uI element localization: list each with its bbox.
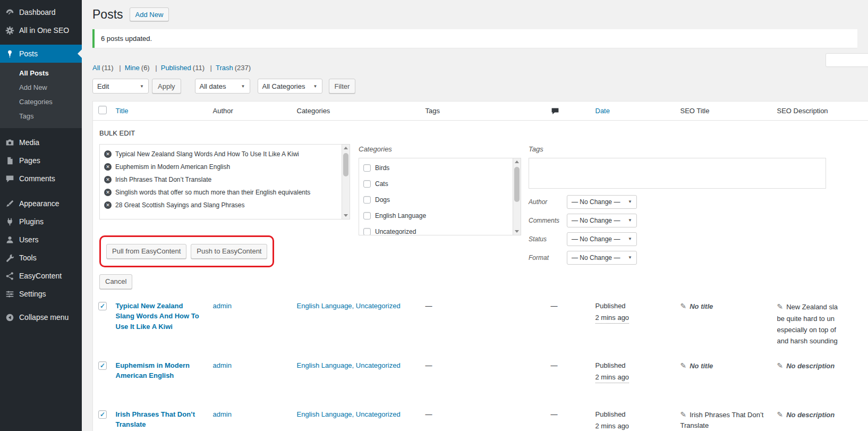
post-title-link[interactable]: Irish Phrases That Don’t Translate: [116, 410, 195, 429]
wrench-icon: [0, 253, 19, 263]
dates-filter-select[interactable]: All dates ▼: [195, 79, 250, 94]
sidebar-item-add-new[interactable]: Add New: [0, 80, 82, 95]
sidebar-item-tags[interactable]: Tags: [0, 109, 82, 123]
author-link[interactable]: admin: [213, 410, 232, 418]
pencil-icon: ✎: [777, 302, 784, 311]
remove-post-icon[interactable]: ✕: [104, 150, 112, 158]
select-all-checkbox[interactable]: [98, 106, 107, 114]
post-date[interactable]: 2 mins ago: [595, 312, 629, 324]
collapse-arrow-icon: [0, 313, 19, 322]
sidebar-item-posts[interactable]: Posts: [0, 45, 82, 63]
sidebar-item-comments[interactable]: Comments: [0, 170, 82, 188]
bulk-edit-row: BULK EDIT ✕ Typical New Zealand Slang Wo…: [93, 121, 868, 295]
category-checkbox[interactable]: [363, 164, 371, 172]
categories-link[interactable]: English Language, Uncategorized: [297, 410, 401, 418]
format-select[interactable]: — No Change — ▼: [567, 251, 637, 265]
status-select[interactable]: — No Change — ▼: [567, 232, 637, 246]
post-date[interactable]: 2 mins ago: [595, 421, 629, 431]
categories-link[interactable]: English Language, Uncategorized: [297, 361, 401, 369]
camera-icon: [0, 138, 19, 147]
remove-post-icon[interactable]: ✕: [104, 189, 112, 196]
categories-link[interactable]: English Language, Uncategorized: [297, 302, 401, 310]
pencil-icon: ✎: [777, 361, 784, 370]
scrollbar-thumb[interactable]: [343, 153, 348, 176]
seo-title-value: No title: [690, 362, 713, 370]
category-option: English Language: [363, 211, 509, 221]
posts-submenu: All Posts Add New Categories Tags: [0, 63, 82, 128]
sidebar-item-appearance[interactable]: Appearance: [0, 195, 82, 213]
sidebar-item-collapse-menu[interactable]: Collapse menu: [0, 308, 82, 326]
bulk-tags-label: Tags: [529, 144, 868, 155]
filter-mine-link[interactable]: Mine(6): [125, 64, 150, 72]
post-list-scrollbar[interactable]: [342, 145, 350, 219]
sidebar-item-easycontent[interactable]: EasyContent: [0, 267, 82, 285]
comments-header-icon: [551, 107, 585, 115]
apply-button[interactable]: Apply: [152, 79, 181, 94]
chevron-down-icon: ▼: [628, 217, 632, 224]
search-input[interactable]: [826, 53, 868, 67]
category-checkbox[interactable]: [363, 180, 371, 188]
dashboard-icon: [0, 8, 19, 17]
author-link[interactable]: admin: [213, 302, 232, 310]
bulk-action-select[interactable]: Edit ▼: [92, 79, 149, 94]
sidebar-item-label: Media: [19, 138, 39, 147]
row-checkbox[interactable]: ✓: [98, 302, 107, 310]
category-checkbox[interactable]: [363, 196, 371, 204]
post-title-link[interactable]: Euphemism in Modern American English: [116, 361, 190, 380]
push-to-easycontent-button[interactable]: Push to EasyContent: [191, 244, 267, 259]
comments-select[interactable]: — No Change — ▼: [567, 214, 637, 227]
sort-date-header[interactable]: Date: [595, 107, 610, 115]
sort-title-header[interactable]: Title: [116, 107, 129, 115]
remove-post-icon[interactable]: ✕: [104, 201, 112, 209]
category-option: Birds: [363, 163, 509, 173]
post-status: Published: [595, 302, 626, 310]
filter-published-link[interactable]: Published(11): [161, 64, 205, 72]
filter-button[interactable]: Filter: [329, 79, 356, 94]
categories-scrollbar[interactable]: [513, 158, 521, 235]
add-new-button[interactable]: Add New: [130, 7, 169, 21]
sidebar-item-users[interactable]: Users: [0, 231, 82, 249]
author-select[interactable]: — No Change — ▼: [567, 195, 637, 209]
sidebar-item-plugins[interactable]: Plugins: [0, 213, 82, 231]
bulk-edit-legend: BULK EDIT: [99, 128, 868, 139]
filter-trash-link[interactable]: Trash(237): [216, 64, 251, 72]
tags-value: —: [426, 361, 432, 369]
row-checkbox[interactable]: ✓: [98, 410, 107, 419]
sidebar-item-label: Collapse menu: [19, 313, 69, 322]
sidebar-item-tools[interactable]: Tools: [0, 249, 82, 267]
sidebar-item-settings[interactable]: Settings: [0, 285, 82, 303]
remove-post-icon[interactable]: ✕: [104, 163, 112, 171]
pencil-icon: ✎: [777, 410, 784, 419]
comments-count: —: [551, 361, 558, 369]
scrollbar-thumb[interactable]: [514, 167, 520, 202]
chevron-down-icon: ▼: [628, 255, 632, 261]
tags-textarea[interactable]: [529, 158, 826, 189]
pencil-icon: ✎: [680, 361, 687, 370]
cancel-button[interactable]: Cancel: [99, 274, 132, 289]
filter-count: (11): [101, 64, 113, 72]
remove-post-icon[interactable]: ✕: [104, 176, 112, 183]
sidebar-item-media[interactable]: Media: [0, 133, 82, 151]
filter-count: (11): [193, 64, 205, 72]
sidebar-item-all-in-one-seo[interactable]: All in One SEO: [0, 21, 82, 39]
category-checkbox[interactable]: [363, 212, 371, 219]
chevron-down-icon: ▼: [140, 84, 144, 89]
sidebar-item-categories[interactable]: Categories: [0, 95, 82, 109]
row-checkbox[interactable]: ✓: [98, 361, 107, 370]
post-title-link[interactable]: Typical New Zealand Slang Words And How …: [116, 302, 199, 331]
seo-description-value: be quite hard to un: [777, 313, 868, 324]
category-checkbox[interactable]: [363, 228, 371, 235]
author-link[interactable]: admin: [213, 361, 232, 369]
author-header: Author: [208, 102, 292, 121]
filter-all-link[interactable]: All(11): [92, 64, 114, 72]
categories-filter-select[interactable]: All Categories ▼: [258, 79, 322, 94]
bulk-categories-checklist: Birds Cats Dogs: [359, 158, 521, 235]
format-field-label: Format: [529, 253, 567, 263]
sidebar-item-pages[interactable]: Pages: [0, 151, 82, 170]
post-date[interactable]: 2 mins ago: [595, 372, 629, 383]
sidebar-item-all-posts[interactable]: All Posts: [0, 66, 82, 80]
sidebar-item-label: Appearance: [19, 199, 59, 208]
chevron-down-icon: ▼: [628, 236, 632, 242]
pull-from-easycontent-button[interactable]: Pull from EasyContent: [106, 244, 186, 259]
sidebar-item-dashboard[interactable]: Dashboard: [0, 3, 82, 21]
